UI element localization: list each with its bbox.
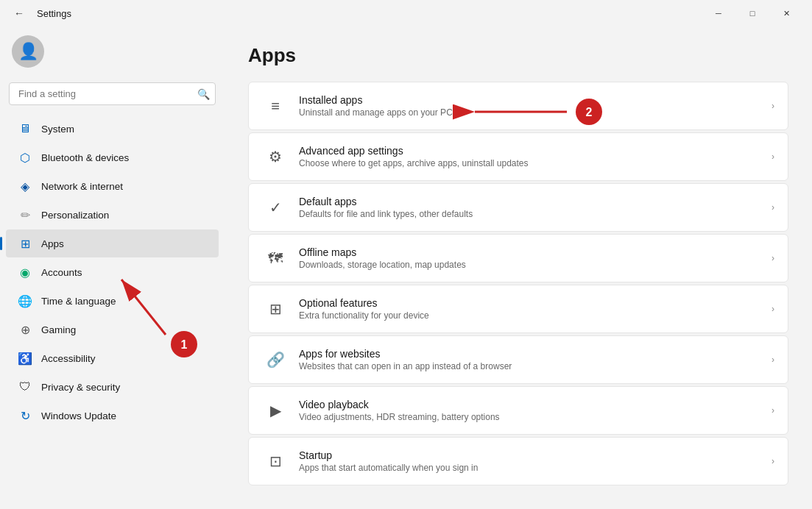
sidebar-item-label: Gaming bbox=[41, 324, 76, 335]
sidebar-item-apps[interactable]: ⊞ Apps bbox=[6, 229, 219, 257]
settings-item-apps-for-websites[interactable]: 🔗 Apps for websites Websites that can op… bbox=[248, 335, 788, 384]
chevron-right-icon: › bbox=[772, 253, 774, 263]
user-icon: 👤 bbox=[18, 42, 38, 61]
optional-features-title: Optional features bbox=[299, 297, 766, 309]
startup-desc: Apps that start automatically when you s… bbox=[299, 463, 766, 473]
sidebar-item-label: Time & language bbox=[41, 296, 116, 307]
sidebar-item-time[interactable]: 🌐 Time & language bbox=[6, 287, 219, 315]
apps-icon: ⊞ bbox=[18, 236, 32, 251]
video-playback-title: Video playback bbox=[299, 399, 766, 410]
search-input[interactable] bbox=[9, 82, 216, 105]
apps-for-websites-icon: 🔗 bbox=[262, 346, 289, 373]
update-icon: ↻ bbox=[18, 408, 32, 423]
sidebar-item-personalization[interactable]: ✏ Personalization bbox=[6, 201, 219, 229]
back-button[interactable]: ← bbox=[9, 3, 29, 24]
advanced-app-settings-desc: Choose where to get apps, archive apps, … bbox=[299, 158, 766, 168]
default-apps-icon: ✓ bbox=[262, 194, 289, 221]
chevron-right-icon: › bbox=[772, 202, 774, 213]
advanced-app-settings-title: Advanced app settings bbox=[299, 145, 766, 157]
sidebar-item-label: Apps bbox=[41, 238, 64, 249]
settings-list: ≡ Installed apps Uninstall and manage ap… bbox=[248, 82, 788, 485]
settings-item-video-playback[interactable]: ▶ Video playback Video adjustments, HDR … bbox=[248, 386, 788, 435]
offline-maps-icon: 🗺 bbox=[262, 245, 289, 271]
chevron-right-icon: › bbox=[772, 355, 774, 365]
sidebar-item-label: Bluetooth & devices bbox=[41, 152, 129, 163]
sidebar-item-label: Accessibility bbox=[41, 353, 96, 364]
installed-apps-icon: ≡ bbox=[262, 93, 289, 119]
sidebar-item-label: Personalization bbox=[41, 210, 109, 221]
network-icon: ◈ bbox=[18, 179, 32, 193]
page-title: Apps bbox=[248, 44, 788, 67]
installed-apps-desc: Uninstall and manage apps on your PC bbox=[299, 107, 766, 118]
minimize-button[interactable]: ─ bbox=[702, 0, 735, 26]
avatar: 👤 bbox=[12, 35, 44, 68]
nav-list: 🖥 System ⬡ Bluetooth & devices ◈ Network… bbox=[0, 111, 225, 433]
close-button[interactable]: ✕ bbox=[769, 0, 803, 26]
sidebar-item-accessibility[interactable]: ♿ Accessibility bbox=[6, 344, 219, 372]
chevron-right-icon: › bbox=[772, 304, 774, 314]
sidebar-item-label: Accounts bbox=[41, 267, 82, 278]
sidebar: 👤 🔍 🖥 System ⬡ Bluetooth & devices ◈ Net… bbox=[0, 26, 225, 509]
chevron-right-icon: › bbox=[772, 456, 774, 466]
offline-maps-desc: Downloads, storage location, map updates bbox=[299, 260, 766, 270]
default-apps-desc: Defaults for file and link types, other … bbox=[299, 209, 766, 219]
title-bar: ← Settings ─ □ ✕ bbox=[0, 0, 812, 26]
personalization-icon: ✏ bbox=[18, 207, 32, 222]
sidebar-item-label: Privacy & security bbox=[41, 382, 120, 393]
main-content: Apps ≡ Installed apps Uninstall and mana… bbox=[225, 26, 812, 509]
accounts-icon: ◉ bbox=[18, 265, 32, 280]
settings-item-installed-apps[interactable]: ≡ Installed apps Uninstall and manage ap… bbox=[248, 82, 788, 130]
search-icon: 🔍 bbox=[197, 88, 210, 100]
default-apps-title: Default apps bbox=[299, 196, 766, 207]
sidebar-item-accounts[interactable]: ◉ Accounts bbox=[6, 258, 219, 286]
chevron-right-icon: › bbox=[772, 152, 774, 162]
installed-apps-title: Installed apps bbox=[299, 94, 766, 106]
video-playback-desc: Video adjustments, HDR streaming, batter… bbox=[299, 412, 766, 422]
sidebar-item-system[interactable]: 🖥 System bbox=[6, 115, 219, 143]
accessibility-icon: ♿ bbox=[18, 351, 32, 366]
video-playback-icon: ▶ bbox=[262, 397, 289, 424]
settings-item-optional-features[interactable]: ⊞ Optional features Extra functionality … bbox=[248, 285, 788, 333]
settings-item-offline-maps[interactable]: 🗺 Offline maps Downloads, storage locati… bbox=[248, 234, 788, 282]
title-bar-left: ← Settings bbox=[9, 3, 71, 24]
system-icon: 🖥 bbox=[18, 121, 32, 136]
apps-for-websites-desc: Websites that can open in an app instead… bbox=[299, 361, 766, 371]
app-body: 👤 🔍 🖥 System ⬡ Bluetooth & devices ◈ Net… bbox=[0, 26, 812, 509]
settings-item-default-apps[interactable]: ✓ Default apps Defaults for file and lin… bbox=[248, 183, 788, 232]
title-bar-controls: ─ □ ✕ bbox=[702, 0, 803, 26]
startup-title: Startup bbox=[299, 449, 766, 461]
startup-icon: ⊡ bbox=[262, 448, 289, 474]
sidebar-item-gaming[interactable]: ⊕ Gaming bbox=[6, 316, 219, 344]
sidebar-profile: 👤 bbox=[0, 26, 225, 79]
sidebar-item-privacy[interactable]: 🛡 Privacy & security bbox=[6, 373, 219, 401]
sidebar-item-update[interactable]: ↻ Windows Update bbox=[6, 402, 219, 430]
sidebar-item-label: Windows Update bbox=[41, 410, 116, 421]
settings-item-advanced-app-settings[interactable]: ⚙ Advanced app settings Choose where to … bbox=[248, 132, 788, 181]
advanced-app-settings-icon: ⚙ bbox=[262, 143, 289, 170]
optional-features-desc: Extra functionality for your device bbox=[299, 310, 766, 321]
sidebar-item-label: System bbox=[41, 124, 74, 135]
offline-maps-title: Offline maps bbox=[299, 246, 766, 258]
settings-item-startup[interactable]: ⊡ Startup Apps that start automatically … bbox=[248, 437, 788, 485]
sidebar-item-label: Network & internet bbox=[41, 181, 123, 192]
time-icon: 🌐 bbox=[18, 293, 32, 308]
apps-for-websites-title: Apps for websites bbox=[299, 348, 766, 360]
sidebar-item-bluetooth[interactable]: ⬡ Bluetooth & devices bbox=[6, 143, 219, 171]
chevron-right-icon: › bbox=[772, 405, 774, 416]
optional-features-icon: ⊞ bbox=[262, 296, 289, 322]
search-box: 🔍 bbox=[9, 82, 216, 105]
sidebar-item-network[interactable]: ◈ Network & internet bbox=[6, 172, 219, 200]
maximize-button[interactable]: □ bbox=[735, 0, 769, 26]
bluetooth-icon: ⬡ bbox=[18, 150, 32, 165]
privacy-icon: 🛡 bbox=[18, 380, 32, 394]
chevron-right-icon: › bbox=[772, 101, 774, 111]
gaming-icon: ⊕ bbox=[18, 322, 32, 337]
app-title: Settings bbox=[37, 8, 71, 19]
